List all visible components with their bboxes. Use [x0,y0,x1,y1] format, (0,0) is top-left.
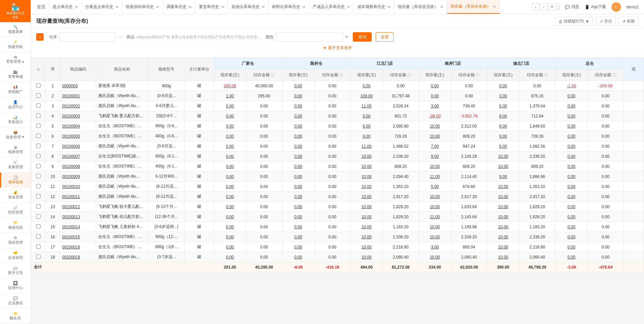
row-checkbox[interactable] [31,101,46,111]
sidebar-item-retail[interactable]: 🛍 零售管理 ▲ [0,52,31,67]
search-button[interactable]: 查询 [353,32,372,42]
goods-code-link[interactable]: 00100011 [62,194,80,199]
sidebar-item-ecommerce[interactable]: 🖥 电商管理 [0,143,31,157]
tab-close-icon[interactable]: ✕ [75,5,78,9]
goods-code-link[interactable]: 00100005 [62,134,80,139]
tab-cunliangkuang[interactable]: 现存量（库存状况表） ✕ [394,0,447,14]
tab-close-icon[interactable]: ✕ [493,4,496,9]
sidebar-item-quicknav[interactable]: ⚡ 快捷导航 [0,37,31,52]
expand-filter-btn[interactable]: ▼ 展开更多条件 [320,44,355,52]
table-wrap[interactable]: ⚙ 序 商品编码 商品名称 规格型号 主计量单位 厂家仓 陈村仓 江北门店 南岸… [31,58,644,272]
tab-chanchengpin[interactable]: 产成品入库单历史 ✕ [309,0,354,14]
row-checkbox[interactable] [31,111,46,121]
goods-code-link[interactable]: 0000003 [62,84,78,88]
sidebar-item-apps[interactable]: 🔲 应用中心 [0,278,31,293]
sidebar-item-business[interactable]: 📈 经营管理 [0,203,31,218]
row-checkbox[interactable] [31,202,46,212]
tab-close-icon[interactable]: ✕ [221,5,224,9]
row-checkbox[interactable] [31,252,46,262]
warehouse-dots[interactable]: ··· [117,34,122,40]
print-btn[interactable]: 🖨 按模版打印 ▼ [555,17,593,26]
tab-zuzhezaixie[interactable]: 组装拆卸单历史 ✕ [122,0,163,14]
tab-close-icon[interactable]: ✕ [302,5,306,9]
tab-cailiaochu[interactable]: 材料出库单历史 ✕ [269,0,309,14]
tab-close-all-btn[interactable]: ✕ [548,3,555,11]
tab-qitachuku[interactable]: 其他出库单历史 ✕ [228,0,269,14]
tab-close-icon[interactable]: ✕ [262,5,265,9]
goods-code-link[interactable]: 00100010 [62,184,80,189]
sidebar-item-marketing[interactable]: 📢 营销推广 [0,82,31,97]
tab-next-btn[interactable]: › [540,3,547,11]
goods-code-link[interactable]: 00100016 [62,245,80,249]
sidebar-item-wechat[interactable]: 💬 企业微信 [0,293,31,309]
tab-home[interactable]: 首页 [34,0,49,14]
goods-code-link[interactable]: 00100001 [62,94,80,98]
row-checkbox[interactable] [31,81,46,91]
sidebar-item-purchase[interactable]: 🛒 采购管理 [0,157,31,173]
row-checkbox[interactable] [31,151,46,161]
sidebar-item-wholesale[interactable]: 📦 批发管理 ▼ [0,128,31,143]
sidebar-item-finance[interactable]: 💰 资金管理 [0,188,31,203]
warehouse-input[interactable] [59,32,115,42]
tab-cunliangfenbu[interactable]: 现存量（库存分布表） ✕ [447,0,500,14]
goods-code-link[interactable]: 00100014 [62,225,80,229]
sidebar-item-vip[interactable]: ⭐ 畅会员 [0,309,31,324]
color-input[interactable] [276,32,343,42]
tab-fenpandian[interactable]: 分量盘点单历史 ✕ [82,0,122,14]
goods-code-link[interactable]: 00100003 [62,114,80,119]
app-download-btn[interactable]: 📱 App下载 [585,4,606,10]
tab-yaohuo[interactable]: 要货单历史 ✕ [196,0,228,14]
goods-code-link[interactable]: 00100007 [62,154,80,159]
goods-code-link[interactable]: 00100018 [62,255,80,260]
tab-pandian[interactable]: 盘点单历史 ✕ [49,0,82,14]
tab-diaobo[interactable]: 调拨单历史 ✕ [163,0,196,14]
tab-close-icon[interactable]: ✕ [189,5,192,9]
sidebar-item-search[interactable]: 🔍 搜索英单 [0,22,31,37]
avatar[interactable]: E [611,2,621,12]
row-checkbox[interactable] [31,141,46,151]
export-btn[interactable]: ↗ 导出 [596,17,616,26]
row-checkbox[interactable] [31,131,46,141]
collapse-filter-btn[interactable]: › [36,33,44,41]
goods-code-link[interactable]: 00100012 [62,204,80,209]
goods-code-link[interactable]: 00100015 [62,235,80,239]
tab-close-icon[interactable]: ✕ [387,5,391,9]
sidebar-item-shop[interactable]: 🏬 零售商城 [0,67,31,82]
settings-button[interactable]: 设置 [376,32,394,42]
row-checkbox[interactable] [31,242,46,252]
tab-close-icon[interactable]: ✕ [440,5,443,9]
sidebar-item-retailstats[interactable]: 📊 零售统计 [0,112,31,128]
refresh-btn[interactable]: ↺ 刷新 [619,17,639,26]
row-checkbox[interactable] [31,121,46,131]
goods-code-link[interactable]: 00100002 [62,104,80,108]
row-checkbox[interactable] [31,161,46,172]
gear-icon[interactable]: ⚙ [37,67,40,72]
row-checkbox[interactable] [31,192,46,202]
col-settings-header[interactable]: ⚙ [31,58,46,81]
tab-prev-btn[interactable]: ‹ [532,3,539,11]
color-dropdown-icon[interactable]: ▼ [345,35,349,39]
tab-close-icon[interactable]: ✕ [156,5,159,9]
row-checkbox[interactable] [31,222,46,232]
sidebar-item-basic[interactable]: 📁 基础信息 [0,218,31,233]
sidebar-item-member[interactable]: 👤 会员中心 [0,97,31,112]
sidebar-item-collab[interactable]: 🤝 企业协同 [0,248,31,263]
sidebar-item-guide[interactable]: 📖 新手引导 [0,263,31,278]
tab-close-icon[interactable]: ✕ [115,5,119,9]
row-checkbox[interactable] [31,182,46,192]
tab-close-icon[interactable]: ✕ [347,5,350,9]
row-checkbox[interactable] [31,91,46,101]
row-checkbox[interactable] [31,232,46,242]
goods-code-link[interactable]: 00100013 [62,215,80,219]
row-checkbox[interactable] [31,212,46,222]
sidebar-logo[interactable]: 🏪 畅捷通好生意 标版 [0,0,31,22]
sidebar-item-inventory[interactable]: 📋 库存核算 [0,173,31,188]
goods-code-link[interactable]: 00100004 [62,124,80,129]
sidebar-item-system[interactable]: ⚙ 系统管理 [0,233,31,248]
message-btn[interactable]: 💬 消息 [565,4,579,10]
row-checkbox[interactable] [31,172,46,182]
tab-chenben[interactable]: 成本调整单历史 ✕ [354,0,394,14]
goods-code-link[interactable]: 00100008 [62,164,80,169]
goods-code-link[interactable]: 00100009 [62,174,80,179]
username-label[interactable]: demo2 [626,5,639,9]
